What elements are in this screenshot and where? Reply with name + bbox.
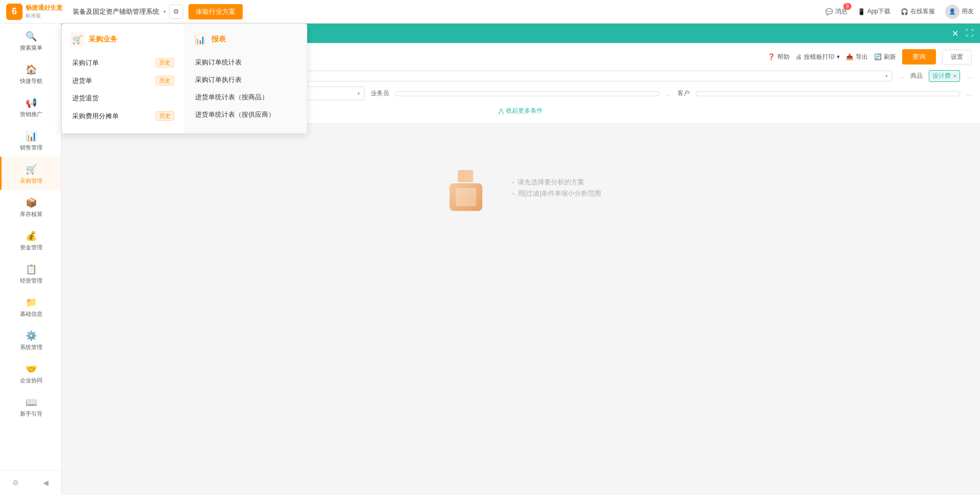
sidebar-item-sales[interactable]: 📊销售管理 [0, 123, 61, 157]
purchase-item-0[interactable]: 采购订单历史 [70, 54, 176, 72]
logo-text: 畅捷通好生意 标准版 [26, 4, 62, 19]
report-item-label-2: 进货单统计表（按商品） [195, 93, 268, 101]
refresh-button[interactable]: 🔄 刷新 [874, 53, 896, 61]
customer-label: 客户 [677, 89, 690, 98]
sidebar-item-system[interactable]: ⚙️系统管理 [0, 323, 61, 356]
column-settings-button[interactable]: 设置 [942, 50, 972, 64]
refresh-icon: 🔄 [874, 53, 882, 60]
sidebar-item-inventory[interactable]: 📦库存核算 [0, 190, 61, 223]
sidebar-item-finance[interactable]: 💰资金管理 [0, 223, 61, 256]
purchase-item-1[interactable]: 进货单历史 [70, 72, 176, 90]
customer-select[interactable] [696, 91, 960, 96]
dropdown-menu: 🛒 采购业务 采购订单历史进货单历史进货退货采购费用分摊单历史 📊 报表 采购订… [61, 24, 307, 134]
help-button[interactable]: ❓ 帮助 [768, 53, 790, 61]
sidebar-item-basic[interactable]: 📁基础信息 [0, 290, 61, 323]
message-icon: 💬 [825, 8, 833, 15]
export-button[interactable]: 📤 导出 [846, 53, 868, 61]
goods-tag[interactable]: 设计费 × [929, 70, 960, 82]
purchase-icon: 🛒 [26, 164, 37, 175]
message-button[interactable]: 💬 消息 9 [825, 7, 847, 16]
report-col-title: 报表 [211, 35, 226, 44]
online-service-button[interactable]: 🎧 在线客服 [901, 7, 935, 16]
purchase-col-title: 采购业务 [89, 35, 117, 44]
goods-label: 商品 [910, 72, 923, 80]
system-icon: ⚙️ [26, 330, 37, 341]
sidebar-item-label-purchase: 采购管理 [20, 177, 42, 185]
top-right-area: 💬 消息 9 📱 App下载 🎧 在线客服 👤 用友 [825, 5, 974, 19]
sidebar-collapse-button[interactable]: ◀ [40, 476, 52, 490]
sidebar-item-label-sales: 销售管理 [20, 144, 42, 152]
collapse-icon: ⋀ [499, 107, 504, 115]
purchase-item-3[interactable]: 采购费用分摊单历史 [70, 107, 176, 125]
empty-hint-1: 请先选择要分析的方案 [512, 178, 601, 187]
sidebar-item-purchase[interactable]: 🛒采购管理 [0, 157, 61, 190]
report-item-label-1: 采购订单执行表 [195, 76, 242, 83]
sidebar-item-operation[interactable]: 📋经营管理 [0, 256, 61, 290]
report-item-3[interactable]: 进货单统计表（按供应商） [193, 106, 299, 123]
salesperson-dots: ... [666, 90, 671, 97]
quick-icon: 🏠 [26, 64, 37, 75]
collapse-filter-button[interactable]: ⋀ 收起更多条件 [499, 104, 543, 117]
purchase-item-label-0: 采购订单 [72, 58, 99, 68]
purchase-item-2[interactable]: 进货退货 [70, 90, 176, 107]
report-item-0[interactable]: 采购订单统计表 [193, 54, 299, 71]
query-button[interactable]: 查询 [902, 49, 936, 64]
sidebar-item-marketing[interactable]: 📢营销推广 [0, 90, 61, 123]
user-profile-button[interactable]: 👤 用友 [945, 5, 974, 19]
tab-expand-button[interactable]: ⛶ [964, 28, 976, 39]
sidebar-settings-button[interactable]: ⚙ [9, 476, 22, 490]
tab-close-all-button[interactable]: ✕ [950, 28, 961, 39]
tab-bar-right: ✕ ⛶ [950, 28, 976, 39]
system-dropdown-chevron[interactable]: ▾ [163, 9, 166, 14]
purchase-col-icon: 🛒 [70, 32, 84, 47]
doc-status-dots: ... [899, 72, 904, 80]
sidebar-item-quick[interactable]: 🏠快捷导航 [0, 57, 61, 90]
customer-dots: ... [966, 90, 972, 97]
goods-tag-remove[interactable]: × [953, 73, 956, 80]
rank-item-caret: ▾ [357, 91, 360, 96]
print-icon: 🖨 [796, 53, 802, 60]
sales-icon: 📊 [26, 131, 37, 142]
marketing-icon: 📢 [26, 97, 37, 109]
sidebar-item-guide[interactable]: 📖新手引导 [0, 390, 61, 423]
history-tag-0: 历史 [156, 58, 174, 68]
empty-illustration [440, 165, 492, 211]
top-bar: 6 畅捷通好生意 标准版 装备及固定资产辅助管理系统 ▾ ⚙ 体验行业方案 💬 … [0, 0, 980, 24]
purchase-col-header: 🛒 采购业务 [70, 32, 176, 47]
doc-status-caret: ▾ [885, 73, 888, 79]
empty-hint-list: 请先选择要分析的方案 用[过滤]条件来缩小分析范围 [512, 176, 601, 200]
report-col-header: 📊 报表 [193, 32, 299, 47]
report-col-icon: 📊 [193, 32, 207, 47]
salesperson-select[interactable] [395, 91, 659, 96]
system-title: 装备及固定资产辅助管理系统 ▾ [73, 7, 166, 16]
doc-status-select[interactable]: ▾ [282, 71, 893, 81]
empty-hint-2: 用[过滤]条件来缩小分析范围 [512, 189, 601, 198]
purchase-item-label-2: 进货退货 [72, 94, 99, 103]
report-items: 采购订单统计表采购订单执行表进货单统计表（按商品）进货单统计表（按供应商） [193, 54, 299, 123]
logo-icon: 6 [6, 4, 23, 20]
purchase-item-label-1: 进货单 [72, 76, 92, 85]
industry-solution-button[interactable]: 体验行业方案 [188, 4, 243, 19]
app-download-button[interactable]: 📱 App下载 [858, 7, 890, 16]
purchase-items: 采购订单历史进货单历史进货退货采购费用分摊单历史 [70, 54, 176, 125]
help-icon: ❓ [768, 53, 775, 60]
message-badge: 9 [843, 3, 851, 10]
salesperson-label: 业务员 [371, 89, 389, 98]
purchase-col: 🛒 采购业务 采购订单历史进货单历史进货退货采购费用分摊单历史 [62, 24, 185, 133]
sidebar-item-label-search: 搜索菜单 [20, 44, 42, 52]
sidebar-item-label-operation: 经营管理 [20, 277, 42, 285]
print-button[interactable]: 🖨 按模板打印 ▾ [796, 53, 840, 61]
sidebar-item-enterprise[interactable]: 🤝企业协同 [0, 356, 61, 390]
settings-gear-button[interactable]: ⚙ [169, 5, 183, 19]
sidebar-item-label-quick: 快捷导航 [20, 77, 42, 85]
goods-filter-area: 设计费 × [929, 70, 960, 82]
report-item-1[interactable]: 采购订单执行表 [193, 71, 299, 89]
finance-icon: 💰 [26, 230, 37, 242]
basic-icon: 📁 [26, 297, 37, 308]
sidebar-item-search[interactable]: 🔍搜索菜单 [0, 24, 61, 57]
logo-area: 6 畅捷通好生意 标准版 [6, 4, 68, 20]
sidebar-item-label-enterprise: 企业协同 [20, 377, 42, 384]
purchase-item-label-3: 采购费用分摊单 [72, 112, 119, 121]
headset-icon: 🎧 [901, 8, 908, 15]
report-item-2[interactable]: 进货单统计表（按商品） [193, 89, 299, 106]
